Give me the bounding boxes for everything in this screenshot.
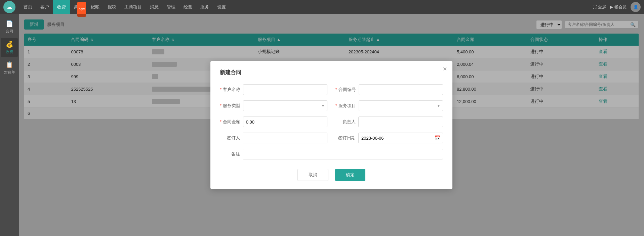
form-row-service-type: 服务类型 ▼ [220, 100, 327, 111]
sidebar: 📄 合同 💰 收费 📋 对账单 [0, 14, 19, 236]
sidebar-item-contract[interactable]: 📄 合同 [1, 17, 18, 37]
sidebar-item-statement[interactable]: 📋 对账单 [1, 58, 18, 78]
fee-icon: 💰 [6, 41, 13, 48]
label-notes: 备注 [220, 151, 240, 157]
avatar[interactable]: 👤 [631, 2, 641, 12]
input-notes[interactable] [243, 149, 443, 159]
input-customer-name[interactable] [243, 84, 327, 95]
nav-fee[interactable]: 收费 [53, 0, 70, 14]
label-customer-name: 客户名称 [220, 87, 240, 93]
form-row-amount: 合同金额 [220, 116, 327, 127]
confirm-button[interactable]: 确定 [335, 169, 365, 181]
nav-invoice[interactable]: 票据 new [70, 0, 87, 14]
nav-home[interactable]: 首页 [19, 0, 36, 14]
label-sign-date: 签订日期 [335, 135, 356, 141]
nav-right: ⛶ 全屏 ▶ 畅会员 👤 [593, 2, 641, 12]
label-service-type: 服务类型 [220, 103, 240, 109]
main-layout: 📄 合同 💰 收费 📋 对账单 新增 服务项目 进行中 已完成 已终止 [0, 14, 644, 236]
play-icon: ▶ [610, 5, 613, 9]
label-contract-no: 合同编号 [335, 87, 356, 93]
form-row-sign-date: 签订日期 📅 [335, 133, 443, 143]
new-contract-modal: ✕ 新建合同 客户名称 合同编号 服务类型 [210, 61, 452, 189]
label-responsible: 负责人 [335, 119, 356, 125]
label-service-item: 服务项目 [335, 103, 356, 109]
select-service-type[interactable] [243, 100, 327, 111]
form-grid: 客户名称 合同编号 服务类型 ▼ [220, 84, 443, 159]
contract-icon: 📄 [6, 20, 13, 28]
nav-settings[interactable]: 设置 [213, 0, 230, 14]
vip-button[interactable]: ▶ 畅会员 [610, 4, 627, 10]
sidebar-item-fee[interactable]: 💰 收费 [1, 38, 18, 57]
date-input-wrapper: 📅 [358, 133, 443, 143]
nav-tax[interactable]: 报税 [104, 0, 120, 14]
nav-business[interactable]: 工商项目 [120, 0, 146, 14]
nav-manage[interactable]: 管理 [163, 0, 179, 14]
form-row-signatory: 签订人 [220, 133, 327, 143]
user-icon: 👤 [633, 5, 638, 9]
nav-bookkeep[interactable]: 记账 [87, 0, 104, 14]
modal-title: 新建合同 [220, 69, 443, 76]
modal-footer: 取消 确定 [220, 169, 443, 181]
cancel-button[interactable]: 取消 [297, 169, 328, 181]
input-responsible[interactable] [358, 116, 443, 127]
main-content: 新增 服务项目 进行中 已完成 已终止 🔍 序号 [19, 14, 644, 236]
nav-operation[interactable]: 经营 [179, 0, 196, 14]
fullscreen-button[interactable]: ⛶ 全屏 [593, 4, 606, 10]
label-signatory: 签订人 [220, 135, 240, 141]
input-amount[interactable] [243, 116, 327, 127]
form-row-contract-no: 合同编号 [335, 84, 443, 95]
top-navigation: ☁ 首页 客户 收费 票据 new 记账 报税 工商项目 消息 管理 经营 服务… [0, 0, 644, 14]
select-service-item[interactable] [359, 100, 443, 111]
input-sign-date[interactable] [358, 133, 443, 143]
statement-icon: 📋 [6, 61, 13, 68]
input-contract-no[interactable] [359, 84, 443, 95]
form-row-notes: 备注 [220, 149, 443, 159]
service-item-wrapper: ▼ [359, 100, 443, 111]
form-row-responsible: 负责人 [335, 116, 443, 127]
nav-service[interactable]: 服务 [196, 0, 213, 14]
app-logo: ☁ [3, 1, 15, 13]
input-signatory[interactable] [243, 133, 327, 143]
form-row-service-item: 服务项目 ▼ [335, 100, 443, 111]
label-amount: 合同金额 [220, 119, 240, 125]
form-row-customer: 客户名称 [220, 84, 327, 95]
service-type-wrapper: ▼ [243, 100, 327, 111]
fullscreen-icon: ⛶ [593, 5, 597, 9]
modal-close-button[interactable]: ✕ [443, 66, 447, 72]
nav-message[interactable]: 消息 [146, 0, 163, 14]
nav-customer[interactable]: 客户 [36, 0, 53, 14]
modal-overlay: ✕ 新建合同 客户名称 合同编号 服务类型 [19, 14, 644, 236]
